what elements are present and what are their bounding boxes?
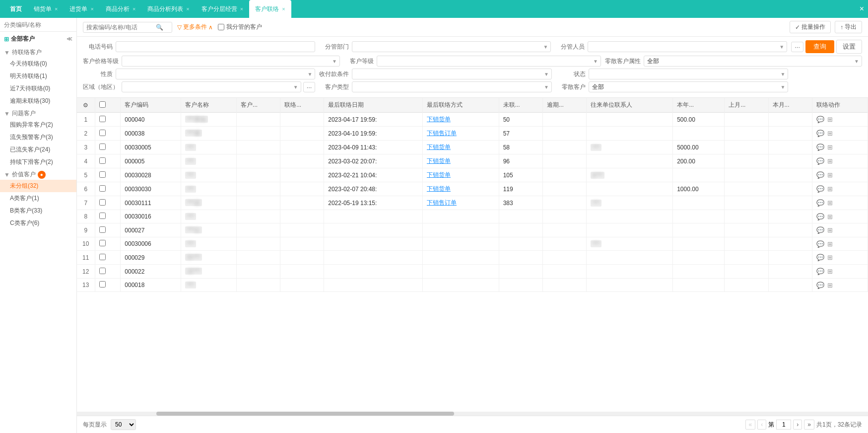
close-purchase-tab[interactable]: ×	[90, 6, 93, 12]
sidebar-item-type-c[interactable]: C类客户(6)	[0, 217, 76, 229]
close-customer-tier-tab[interactable]: ×	[240, 6, 243, 12]
price-grade-select[interactable]	[122, 56, 340, 67]
region-select[interactable]	[122, 81, 301, 92]
grid-action-icon[interactable]: ⊞	[827, 226, 833, 234]
main-search-icon[interactable]: 🔍	[156, 24, 163, 31]
my-customers-checkbox[interactable]	[218, 24, 224, 30]
more-conditions-btn[interactable]: ▽ 更多条件 ∧	[177, 23, 213, 31]
sidebar-item-ungroup[interactable]: 未分组(32)	[0, 180, 76, 192]
grid-action-icon[interactable]: ⊞	[827, 116, 833, 123]
sidebar-item-today-pending[interactable]: 今天待联络(0)	[0, 58, 76, 70]
chat-icon[interactable]: 💬	[816, 130, 824, 137]
grid-action-icon[interactable]: ⊞	[827, 254, 833, 261]
th-partner[interactable]: 往来单位联系人	[586, 98, 672, 113]
nav-tab-home[interactable]: 首页	[4, 0, 28, 18]
sidebar-item-type-a[interactable]: A类客户(1)	[0, 192, 76, 205]
th-overdue[interactable]: 逾期...	[542, 98, 586, 113]
th-last-month[interactable]: 上月...	[725, 98, 768, 113]
export-btn[interactable]: ↑ 导出	[835, 21, 862, 33]
th-name[interactable]: 客户名称	[181, 98, 236, 113]
scrollbar-thumb[interactable]	[156, 412, 454, 416]
sparse-customer-select[interactable]: 全部	[589, 81, 788, 92]
th-action[interactable]: 联络动作	[812, 98, 868, 113]
row-checkbox[interactable]	[95, 182, 121, 196]
main-search-input[interactable]	[86, 24, 156, 31]
grid-action-icon[interactable]: ⊞	[827, 240, 833, 248]
first-page-btn[interactable]: «	[745, 420, 756, 430]
sidebar-item-loss-warning[interactable]: 流失预警客户(3)	[0, 131, 76, 144]
th-settings[interactable]: ⚙	[77, 98, 95, 113]
row-checkbox[interactable]	[95, 210, 121, 223]
sidebar-item-lost[interactable]: 已流失客户(24)	[0, 144, 76, 156]
page-input[interactable]	[776, 420, 791, 430]
nature-select[interactable]	[116, 69, 315, 79]
row-checkbox[interactable]	[95, 223, 121, 237]
grid-action-icon[interactable]: ⊞	[827, 157, 833, 165]
row-checkbox[interactable]	[95, 279, 121, 292]
dept-select[interactable]	[352, 41, 551, 52]
th-this-year[interactable]: 本年...	[673, 98, 725, 113]
reset-btn[interactable]: 设置	[836, 40, 862, 54]
nav-tab-sales[interactable]: 销货单 ×	[28, 0, 64, 18]
th-last-type[interactable]: 最后联络方式	[422, 98, 499, 113]
close-sales-tab[interactable]: ×	[55, 6, 58, 12]
sidebar-item-type-b[interactable]: B类客户(33)	[0, 205, 76, 217]
query-btn[interactable]: 查询	[805, 40, 834, 53]
grid-action-icon[interactable]: ⊞	[827, 282, 833, 289]
row-checkbox[interactable]	[95, 196, 121, 210]
row-checkbox[interactable]	[95, 127, 121, 141]
sidebar-search-input[interactable]	[4, 21, 77, 28]
last-page-btn[interactable]: »	[804, 420, 814, 430]
row-checkbox[interactable]	[95, 251, 121, 265]
th-this-month[interactable]: 本月...	[768, 98, 812, 113]
window-close-btn[interactable]: ×	[860, 4, 864, 13]
th-no-contact[interactable]: 未联...	[499, 98, 542, 113]
close-goods-list-tab[interactable]: ×	[186, 6, 189, 12]
grid-action-icon[interactable]: ⊞	[827, 199, 833, 207]
status-select[interactable]	[589, 69, 788, 79]
group-label-pending[interactable]: ▼ 待联络客户	[0, 46, 76, 58]
nav-tab-goods-analysis[interactable]: 商品分析 ×	[100, 0, 141, 18]
nav-tab-customer-tier[interactable]: 客户分层经营 ×	[196, 0, 249, 18]
grid-action-icon[interactable]: ⊞	[827, 130, 833, 137]
group-label-problem[interactable]: ▼ 问题客户	[0, 107, 76, 119]
chat-icon[interactable]: 💬	[816, 282, 824, 289]
nav-tab-customer-contact[interactable]: 客户联络 ×	[249, 0, 291, 18]
nav-tab-goods-list[interactable]: 商品分析列表 ×	[141, 0, 195, 18]
row-checkbox[interactable]	[95, 113, 121, 127]
customer-type-select[interactable]	[352, 81, 551, 92]
grid-action-icon[interactable]: ⊞	[827, 268, 833, 275]
my-customers-filter[interactable]: 我分管的客户	[218, 23, 262, 31]
batch-op-btn[interactable]: ✓ 批量操作	[790, 21, 831, 33]
th-last-date[interactable]: 最后联络日期	[324, 98, 423, 113]
manager-select[interactable]	[588, 41, 787, 52]
next-page-btn[interactable]: ›	[793, 420, 802, 430]
all-customers-header[interactable]: ⊞ 全部客户 ≪	[0, 32, 76, 46]
grid-action-icon[interactable]: ⊞	[827, 171, 833, 179]
sidebar-item-declining[interactable]: 持续下滑客户(2)	[0, 156, 76, 168]
grid-action-icon[interactable]: ⊞	[827, 213, 833, 220]
row-checkbox[interactable]	[95, 265, 121, 279]
payment-select[interactable]	[352, 69, 551, 79]
sidebar-item-week-pending[interactable]: 近7天待联络(0)	[0, 82, 76, 95]
chat-icon[interactable]: 💬	[816, 226, 824, 234]
per-page-select[interactable]: 50 100 200	[111, 419, 136, 430]
chat-icon[interactable]: 💬	[816, 144, 824, 151]
prev-page-btn[interactable]: ‹	[757, 420, 766, 430]
sidebar-item-abnormal[interactable]: 囤购异常客户(2)	[0, 119, 76, 131]
sidebar-item-tomorrow-pending[interactable]: 明天待联络(1)	[0, 70, 76, 82]
row-checkbox[interactable]	[95, 237, 121, 251]
close-customer-contact-tab[interactable]: ×	[282, 6, 285, 12]
chat-icon[interactable]: 💬	[816, 185, 824, 193]
grid-action-icon[interactable]: ⊞	[827, 144, 833, 151]
row-checkbox[interactable]	[95, 141, 121, 154]
sidebar-item-overdue-pending[interactable]: 逾期未联络(30)	[0, 95, 76, 107]
th-contact[interactable]: 联络...	[280, 98, 324, 113]
sparse-attr-select[interactable]: 全部	[644, 56, 862, 67]
chat-icon[interactable]: 💬	[816, 157, 824, 165]
row-checkbox[interactable]	[95, 154, 121, 168]
more-options-btn[interactable]: ···	[791, 42, 803, 52]
chat-icon[interactable]: 💬	[816, 199, 824, 207]
sidebar-collapse-btn[interactable]: ≪	[67, 36, 72, 42]
phone-input[interactable]	[116, 41, 315, 52]
